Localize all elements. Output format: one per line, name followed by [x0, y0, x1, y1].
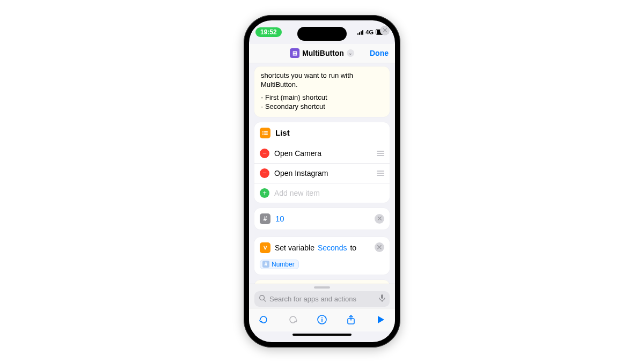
remove-item-icon[interactable]: −: [260, 149, 269, 158]
list-action-card: List ✕ − Open Camera − Open Instagram: [254, 122, 390, 203]
run-button[interactable]: [372, 311, 389, 328]
intro-bullet-1: - First (main) shortcut: [261, 93, 383, 102]
number-action-card[interactable]: # 10 ✕: [254, 208, 390, 230]
bottom-toolbar: [249, 308, 395, 331]
share-button[interactable]: [342, 311, 360, 328]
search-input[interactable]: [269, 295, 376, 303]
chevron-down-icon[interactable]: ⌄: [347, 49, 354, 57]
list-item-row[interactable]: − Open Instagram: [254, 163, 390, 183]
redo-button: [284, 311, 302, 328]
shortcut-title[interactable]: ⊞ MultiButton ⌄: [290, 48, 354, 58]
remove-item-icon[interactable]: −: [260, 168, 269, 178]
svg-rect-3: [264, 132, 268, 133]
search-panel: [249, 284, 395, 308]
variable-name-token[interactable]: Seconds: [318, 243, 347, 252]
app-badge-icon: ⊞: [290, 48, 299, 58]
add-item-row[interactable]: + Add new item: [254, 183, 390, 203]
list-title: List: [275, 128, 384, 137]
svg-line-7: [264, 299, 266, 301]
add-item-icon[interactable]: +: [260, 188, 269, 198]
setvar-to: to: [350, 243, 356, 252]
number-icon: #: [260, 213, 270, 224]
search-field[interactable]: [254, 291, 390, 307]
variable-value-pill[interactable]: # Number: [260, 260, 299, 269]
dynamic-island: [297, 27, 347, 41]
nav-bar: ⊞ MultiButton ⌄ Done: [249, 44, 395, 63]
network-label: 4G: [365, 29, 374, 35]
phone-frame: 19:52 4G ⊞ MultiButton ⌄ Done short: [244, 15, 400, 348]
svg-rect-5: [264, 134, 268, 135]
add-item-placeholder: Add new item: [274, 189, 384, 197]
undo-button[interactable]: [255, 311, 272, 328]
svg-point-2: [262, 132, 264, 134]
setvar-prefix: Set variable: [275, 243, 314, 252]
signal-bars-icon: [357, 29, 363, 35]
info-button[interactable]: [313, 311, 331, 328]
done-button[interactable]: Done: [370, 49, 389, 57]
variable-icon: 𝗏: [260, 242, 270, 253]
list-item-row[interactable]: − Open Camera: [254, 144, 390, 163]
title-text: MultiButton: [302, 49, 344, 57]
svg-point-11: [321, 317, 323, 319]
mic-icon[interactable]: [379, 294, 385, 304]
number-value[interactable]: 10: [275, 214, 284, 223]
svg-rect-12: [321, 319, 323, 322]
svg-rect-1: [264, 131, 268, 131]
list-item-text[interactable]: Open Instagram: [274, 169, 372, 178]
intro-bullet-2: - Secondary shortcut: [261, 102, 383, 112]
svg-point-4: [262, 134, 264, 135]
comment-action-card[interactable]: Comment ✕ Create the initial structure f…: [254, 280, 390, 284]
drag-handle-icon[interactable]: [377, 151, 384, 156]
hash-icon: #: [262, 261, 269, 268]
home-indicator[interactable]: [249, 331, 395, 342]
set-variable-card[interactable]: 𝗏 Set variable Seconds to ✕ # Number: [254, 237, 390, 275]
status-time-pill: 19:52: [255, 27, 282, 37]
list-icon: [260, 128, 270, 138]
screen: 19:52 4G ⊞ MultiButton ⌄ Done short: [249, 20, 395, 342]
svg-point-0: [262, 131, 264, 132]
drag-handle-icon[interactable]: [377, 171, 384, 176]
intro-comment-card: shortcuts you want to run with MultiButt…: [254, 67, 390, 117]
delete-action-button[interactable]: ✕: [375, 242, 384, 252]
list-item-text[interactable]: Open Camera: [274, 149, 372, 158]
svg-rect-8: [381, 294, 383, 299]
actions-scroll[interactable]: shortcuts you want to run with MultiButt…: [249, 63, 395, 284]
grabber-handle[interactable]: [314, 286, 330, 289]
delete-action-button[interactable]: ✕: [375, 214, 384, 224]
intro-tail: shortcuts you want to run with MultiButt…: [261, 71, 383, 90]
search-icon: [259, 294, 266, 304]
